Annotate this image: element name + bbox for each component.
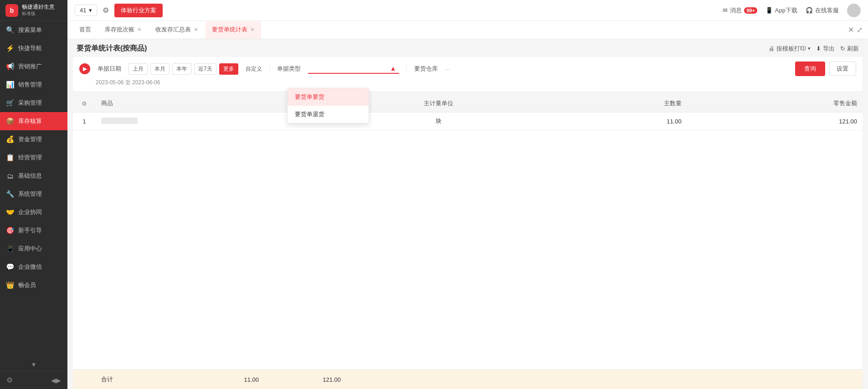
tab-home[interactable]: 首页 bbox=[73, 21, 98, 39]
sidebar-item-purchase[interactable]: 🛒采购管理 bbox=[0, 94, 67, 112]
sidebar-item-enterprise[interactable]: 🤝企业协同 bbox=[0, 203, 67, 221]
table-footer: 合计 11.00 121.00 bbox=[73, 369, 863, 389]
logo-text: 畅捷通好生意 bbox=[22, 4, 55, 11]
download-icon: 📱 bbox=[765, 7, 773, 14]
cell-quantity: 11.00 bbox=[541, 113, 687, 130]
refresh-action[interactable]: ↻ 刷新 bbox=[840, 45, 859, 53]
tab-close-receivables[interactable]: ✕ bbox=[194, 26, 198, 33]
nav-icon-member: 👑 bbox=[5, 281, 15, 289]
sidebar-item-member[interactable]: 👑畅会员 bbox=[0, 276, 67, 294]
table-body: 1 块 11.00 121.00 bbox=[73, 113, 863, 130]
export-action[interactable]: ⬇ 导出 bbox=[816, 45, 835, 53]
user-avatar[interactable] bbox=[847, 4, 861, 17]
sidebar: b 畅捷通好生意 标准版 🔍搜索菜单⚡快捷导航📢营销推广📊销售管理🛒采购管理📦库… bbox=[0, 0, 67, 389]
sidebar-scroll-down[interactable]: ▼ bbox=[0, 358, 67, 371]
nav-icon-operations: 📋 bbox=[5, 154, 15, 162]
filter-action-buttons: 查询 设置 bbox=[795, 61, 856, 76]
nav-label-sales: 销售管理 bbox=[18, 81, 42, 89]
window-close-icon[interactable]: ✕ bbox=[848, 26, 854, 34]
trial-button[interactable]: 体验行业方案 bbox=[114, 4, 163, 17]
sidebar-nav: 🔍搜索菜单⚡快捷导航📢营销推广📊销售管理🛒采购管理📦库存核算💰资金管理📋经营管理… bbox=[0, 21, 67, 358]
filter-divider bbox=[269, 64, 270, 73]
sidebar-item-sales[interactable]: 📊销售管理 bbox=[0, 76, 67, 94]
filter-expand-button[interactable]: ▶ bbox=[79, 63, 90, 74]
date-btn-本年[interactable]: 本年 bbox=[172, 63, 191, 75]
print-action[interactable]: 🖨 按模板打印 ▾ bbox=[769, 45, 811, 53]
tab-receivables[interactable]: 收发存汇总表✕ bbox=[149, 21, 205, 39]
online-service-label: 在线客服 bbox=[815, 6, 839, 15]
sidebar-item-system[interactable]: 🔧系统管理 bbox=[0, 185, 67, 203]
sidebar-settings-icon[interactable]: ⚙ bbox=[6, 376, 13, 384]
online-service-action[interactable]: 🎧 在线客服 bbox=[806, 6, 839, 15]
nav-label-basic-info: 基础信息 bbox=[18, 172, 42, 180]
tab-inventory-batch[interactable]: 库存批次账✕ bbox=[98, 21, 148, 39]
nav-icon-inventory: 📦 bbox=[5, 117, 15, 125]
date-btn-more[interactable]: 更多 bbox=[219, 63, 238, 75]
tab-label-receivables: 收发存汇总表 bbox=[155, 26, 191, 34]
nav-icon-search: 🔍 bbox=[5, 26, 15, 34]
sidebar-item-app-center[interactable]: 📱应用中心 bbox=[0, 240, 67, 258]
header-right: ✉ 消息 99+ 📱 App下载 🎧 在线客服 bbox=[723, 4, 861, 17]
date-range-text: 2023-05-06 至 2023-06-06 bbox=[96, 79, 856, 87]
nav-label-enterprise: 企业协同 bbox=[18, 208, 42, 216]
sidebar-item-operations[interactable]: 📋经营管理 bbox=[0, 148, 67, 167]
nav-label-purchase: 采购管理 bbox=[18, 99, 42, 107]
tab-order-stats[interactable]: 要货单统计表✕ bbox=[205, 21, 261, 39]
date-btn-上月[interactable]: 上月 bbox=[128, 63, 148, 75]
tab-close-inventory-batch[interactable]: ✕ bbox=[137, 26, 142, 33]
nav-icon-sales: 📊 bbox=[5, 81, 15, 89]
window-expand-icon[interactable]: ⤢ bbox=[857, 26, 863, 34]
dropdown-item-purchase-return[interactable]: 要货单退货 bbox=[288, 106, 369, 123]
print-icon: 🖨 bbox=[769, 45, 775, 52]
col-quantity: 主数量 bbox=[541, 95, 687, 113]
sidebar-item-quick-nav[interactable]: ⚡快捷导航 bbox=[0, 39, 67, 57]
cell-retail-amount: 121.00 bbox=[687, 113, 863, 130]
sidebar-item-marketing[interactable]: 📢营销推广 bbox=[0, 57, 67, 76]
logo-sub: 标准版 bbox=[22, 10, 55, 17]
top-header: 41 ▾ ⚙ 体验行业方案 ✉ 消息 99+ 📱 App下载 🎧 在线客服 bbox=[67, 0, 868, 21]
type-filter-label: 单据类型 bbox=[277, 65, 301, 73]
date-buttons: 上月本月本年近7天更多 bbox=[128, 63, 238, 75]
warehouse-filter-label: 要货仓库 bbox=[414, 65, 438, 73]
dropdown-item-purchase-order[interactable]: 要货单要货 bbox=[288, 88, 369, 106]
refresh-label: 刷新 bbox=[847, 45, 859, 53]
column-settings-icon[interactable]: ⚙ bbox=[82, 100, 87, 107]
page-title: 要货单统计表(按商品) bbox=[77, 44, 147, 53]
nav-icon-enterprise: 🤝 bbox=[5, 208, 15, 216]
page-actions: 🖨 按模板打印 ▾ ⬇ 导出 ↻ 刷新 bbox=[769, 45, 859, 53]
date-btn-本月[interactable]: 本月 bbox=[150, 63, 169, 75]
messages-action[interactable]: ✉ 消息 99+ bbox=[723, 6, 757, 15]
nav-icon-system: 🔧 bbox=[5, 190, 15, 198]
type-input-field[interactable] bbox=[311, 65, 390, 72]
type-chevron-icon[interactable]: ▲ bbox=[390, 65, 396, 72]
date-btn-近7天[interactable]: 近7天 bbox=[194, 63, 216, 75]
tab-label-home: 首页 bbox=[79, 26, 91, 34]
app-download-action[interactable]: 📱 App下载 bbox=[765, 6, 797, 15]
sidebar-item-inventory[interactable]: 📦库存核算 bbox=[0, 112, 67, 130]
sidebar-item-finance[interactable]: 💰资金管理 bbox=[0, 130, 67, 148]
nav-icon-app-center: 📱 bbox=[5, 245, 15, 253]
page-area: 要货单统计表(按商品) 🖨 按模板打印 ▾ ⬇ 导出 ↻ 刷新 bbox=[67, 39, 868, 389]
warehouse-more-icon[interactable]: ··· bbox=[445, 66, 450, 72]
store-selector[interactable]: 41 ▾ bbox=[75, 5, 97, 16]
data-table: ⚙ 商品 主计量单位 主数量 零售金额 1 块 11.00 121.00 bbox=[73, 95, 863, 130]
type-dropdown: 要货单要货要货单退货 bbox=[287, 88, 369, 123]
tab-label-inventory-batch: 库存批次账 bbox=[105, 26, 134, 34]
sidebar-item-basic-info[interactable]: 🗂基础信息 bbox=[0, 167, 67, 185]
header-gear-icon[interactable]: ⚙ bbox=[103, 6, 109, 15]
nav-icon-quick-nav: ⚡ bbox=[5, 44, 15, 52]
tab-close-order-stats[interactable]: ✕ bbox=[250, 26, 255, 33]
sidebar-item-wecom[interactable]: 💬企业微信 bbox=[0, 258, 67, 276]
messages-label: 消息 bbox=[730, 6, 742, 15]
settings-button[interactable]: 设置 bbox=[829, 61, 856, 76]
date-custom-button[interactable]: 自定义 bbox=[246, 65, 262, 73]
nav-icon-wecom: 💬 bbox=[5, 263, 15, 271]
query-button[interactable]: 查询 bbox=[795, 61, 825, 76]
nav-label-inventory: 库存核算 bbox=[18, 117, 42, 125]
table-row: 1 块 11.00 121.00 bbox=[73, 113, 863, 130]
sidebar-item-guide[interactable]: 🎯新手引导 bbox=[0, 221, 67, 240]
sidebar-item-search[interactable]: 🔍搜索菜单 bbox=[0, 21, 67, 39]
sidebar-collapse-icon[interactable]: ◀▶ bbox=[51, 377, 61, 384]
type-filter-input[interactable]: ▲ bbox=[308, 64, 399, 74]
messages-badge: 99+ bbox=[744, 7, 757, 14]
